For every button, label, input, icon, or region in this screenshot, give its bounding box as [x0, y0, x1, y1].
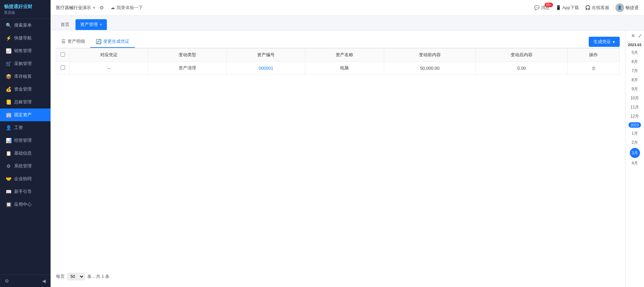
payroll-icon: 👤: [5, 125, 11, 130]
col-after: 变动后内容: [476, 49, 568, 62]
sidebar-item-guide[interactable]: 📖新手引导: [0, 185, 51, 198]
system-icon: ⚙: [5, 163, 11, 169]
row-asset-no: 000001: [227, 62, 305, 75]
row-select-checkbox[interactable]: [61, 65, 65, 70]
sidebar-item-app-center[interactable]: 🔲应用中心: [0, 198, 51, 211]
tab-close-icon[interactable]: ×: [100, 22, 102, 27]
operations-icon: 📊: [5, 138, 11, 143]
col-action: 操作: [568, 49, 619, 62]
sidebar-item-payroll[interactable]: 👤工资: [0, 121, 51, 134]
generate-btn-label: 生成凭证: [593, 39, 611, 45]
month-item[interactable]: 7月: [625, 66, 644, 75]
month-item[interactable]: 3月: [630, 148, 640, 158]
sidebar-item-capital[interactable]: 💰资金管理: [0, 83, 51, 96]
sidebar-item-enterprise[interactable]: 🤝企业协同: [0, 172, 51, 185]
customer-service-btn[interactable]: 🎧 在线客服: [585, 5, 609, 11]
total-label: 条，共 1 条: [87, 274, 110, 280]
headset-icon: 🎧: [585, 5, 590, 10]
sub-tab1-label: 资产明细: [67, 38, 85, 44]
sub-tabs: ☰ 资产明细 🔄 变更生成凭证 生成凭证 ▾: [56, 36, 620, 48]
select-all-checkbox[interactable]: [61, 52, 65, 57]
month-item[interactable]: 6月: [625, 57, 644, 66]
generate-voucher-button[interactable]: 生成凭证 ▾: [589, 37, 620, 47]
month-item[interactable]: 8月: [625, 75, 644, 85]
user-profile[interactable]: 👤 畅捷通: [615, 3, 639, 12]
sidebar-item-label: 基础信息: [14, 150, 32, 156]
topbar-right: 💬 消息 99+ 📱 App下载 🎧 在线客服 👤 畅捷通: [534, 3, 639, 12]
sidebar-nav: 🔍搜索菜单⚡快捷导航📈销售管理🛒采购管理📦库存核算💰资金管理📒总账管理🏢固定资产…: [0, 19, 51, 275]
row-change-type: 资产清理: [148, 62, 227, 75]
tab-home[interactable]: 首页: [56, 19, 74, 30]
sub-tab-asset-detail[interactable]: ☰ 资产明细: [56, 36, 90, 48]
mobile-icon: 📱: [556, 5, 561, 10]
sidebar-item-system[interactable]: ⚙系统管理: [0, 160, 51, 172]
tab-active-label: 资产管理: [80, 22, 98, 28]
row-action: 🗑: [568, 62, 619, 75]
sidebar-item-sales[interactable]: 📈销售管理: [0, 44, 51, 57]
app-download-btn[interactable]: 📱 App下载: [556, 5, 579, 11]
col-voucher: 对应凭证: [70, 49, 148, 62]
experience-label: 我要体验一下: [117, 5, 143, 11]
month-item[interactable]: 11月: [625, 103, 644, 112]
app-download-label: App下载: [562, 5, 579, 11]
year-badge[interactable]: 2023: [628, 122, 641, 128]
delete-icon[interactable]: 🗑: [591, 66, 596, 71]
sidebar-item-label: 快捷导航: [14, 35, 32, 41]
row-voucher: --: [70, 62, 148, 75]
message-icon: 💬: [534, 5, 540, 10]
sidebar-item-label: 库存核算: [14, 73, 32, 79]
topbar: 医疗器械行业演示 ▾ ⚙ ☁ 我要体验一下 💬 消息 99+ 📱 App下载 🎧…: [51, 0, 644, 15]
month-item[interactable]: 10月: [625, 94, 644, 103]
sidebar-item-fixed-assets[interactable]: 🏢固定资产: [0, 108, 51, 121]
row-before: 50,000.00: [384, 62, 476, 75]
sidebar-item-label: 固定资产: [14, 112, 32, 118]
sidebar-item-label: 新手引导: [14, 189, 32, 195]
sidebar-item-inventory[interactable]: 📦库存核算: [0, 70, 51, 83]
customer-service-label: 在线客服: [592, 5, 609, 11]
sidebar-item-label: 系统管理: [14, 163, 32, 169]
month-item[interactable]: 12月: [625, 112, 644, 121]
company-name: 医疗器械行业演示: [56, 5, 91, 11]
sub-tab-change-voucher[interactable]: 🔄 变更生成凭证: [90, 36, 135, 48]
capital-icon: 💰: [5, 87, 11, 92]
sidebar-item-purchase[interactable]: 🛒采购管理: [0, 57, 51, 70]
chevron-down-icon: ▾: [613, 39, 615, 44]
pagination-bar: 每页 50 100 条，共 1 条: [56, 269, 620, 282]
sidebar-item-ledger[interactable]: 📒总账管理: [0, 96, 51, 108]
settings-icon[interactable]: ⚙: [5, 278, 9, 284]
month-item[interactable]: 1月: [625, 129, 644, 138]
data-table: 对应凭证 变动类型 资产编号 资产名称 变动前内容 变动后内容 操作 --: [56, 48, 620, 75]
sidebar-item-label: 企业协同: [14, 176, 32, 182]
company-selector[interactable]: 医疗器械行业演示 ▾: [56, 5, 95, 11]
cloud-icon: ☁: [111, 5, 115, 10]
tab-asset-management[interactable]: 资产管理 ×: [75, 19, 107, 30]
chevron-down-icon: ▾: [93, 5, 95, 10]
experience-btn[interactable]: ☁ 我要体验一下: [111, 5, 143, 11]
expand-panel-icon[interactable]: ⤢: [637, 32, 643, 39]
month-item[interactable]: 2月: [625, 138, 644, 147]
month-item[interactable]: 4月: [625, 159, 644, 168]
sidebar-item-operations[interactable]: 📊经营管理: [0, 134, 51, 147]
close-panel-icon[interactable]: ✕: [631, 32, 636, 39]
sidebar-item-quick-nav[interactable]: ⚡快捷导航: [0, 32, 51, 44]
content-area: ☰ 资产明细 🔄 变更生成凭证 生成凭证 ▾: [51, 30, 644, 287]
sales-icon: 📈: [5, 48, 11, 54]
tabbar: 首页 资产管理 ×: [51, 15, 644, 30]
refresh-icon: 🔄: [96, 39, 101, 44]
per-page-label: 每页: [56, 274, 65, 280]
enterprise-icon: 🤝: [5, 176, 11, 182]
collapse-icon[interactable]: ◀: [42, 278, 46, 284]
col-checkbox: [56, 49, 70, 62]
sidebar-item-search[interactable]: 🔍搜索菜单: [0, 19, 51, 32]
month-item[interactable]: 9月: [625, 85, 644, 94]
table-body: -- 资产清理 000001 电脑 50,000.00 0.00 🗑: [56, 62, 620, 75]
sidebar-item-base-info[interactable]: 📋基础信息: [0, 147, 51, 160]
sidebar-item-label: 采购管理: [14, 61, 32, 67]
per-page-select[interactable]: 50 100: [67, 273, 85, 280]
settings-icon[interactable]: ⚙: [99, 5, 104, 11]
messages-btn[interactable]: 💬 消息 99+: [534, 5, 550, 11]
quick-nav-icon: ⚡: [5, 35, 11, 41]
col-before: 变动前内容: [384, 49, 476, 62]
right-panel-header: ✕ ⤢: [625, 30, 644, 41]
month-item[interactable]: 5月: [625, 48, 644, 57]
